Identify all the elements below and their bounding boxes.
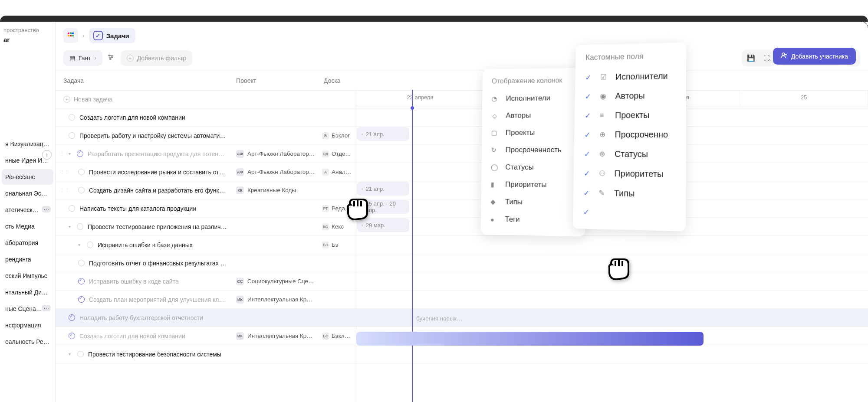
column-option[interactable]: ◯Статусы (481, 159, 585, 176)
gantt-date-pill[interactable]: ‹21 апр. (357, 182, 409, 196)
status-circle-icon[interactable] (78, 260, 85, 266)
header-board[interactable]: Доска (319, 71, 356, 90)
cell-project[interactable] (232, 114, 319, 121)
sidebar-item[interactable]: нсформация (2, 317, 53, 333)
sidebar-item[interactable]: еский Импульс (2, 268, 53, 284)
cell-board[interactable] (319, 186, 356, 194)
option-label: Типы (505, 198, 523, 207)
column-option[interactable]: ▢Проекты (482, 124, 585, 142)
cell-project[interactable]: КККреативные Коды (232, 183, 319, 198)
cell-board[interactable] (319, 350, 356, 358)
option-label: Статусы (505, 163, 533, 172)
sidebar-item[interactable]: еальность Рек… (2, 334, 53, 350)
cell-project[interactable] (232, 350, 319, 358)
cell-project[interactable] (232, 132, 319, 140)
column-option[interactable]: ▮Приоритеты (481, 176, 585, 194)
toggle-icon[interactable]: ▾ (69, 352, 73, 356)
sidebar-item[interactable]: Ренессанс (2, 169, 53, 185)
cell-project[interactable] (232, 205, 319, 212)
add-project-button[interactable]: + (42, 150, 52, 160)
cell-board[interactable]: КСКекс (319, 219, 356, 234)
status-circle-icon[interactable] (77, 150, 83, 157)
cell-board[interactable]: БСБэклог С (319, 329, 356, 343)
today-indicator (412, 90, 413, 402)
cell-project[interactable]: АФАрт-Фьюжн Лаборатория (232, 164, 319, 180)
field-option[interactable]: ✓ (573, 203, 686, 224)
status-circle-icon[interactable] (77, 223, 83, 230)
apps-grid-icon[interactable] (63, 28, 78, 43)
field-option[interactable]: ✓☑Исполнители (575, 66, 686, 87)
add-member-button[interactable]: Добавить участника (773, 48, 856, 65)
sidebar-item[interactable]: ные Сцена… (2, 301, 53, 317)
save-icon[interactable]: 💾 (746, 53, 756, 63)
add-filter-button[interactable]: + Добавить фильтр (121, 50, 193, 66)
field-option[interactable]: ✓≡Проекты (575, 105, 686, 125)
cell-project[interactable]: ИКИнтеллектуальная Креа… (232, 292, 319, 307)
filter-settings-icon[interactable] (107, 53, 116, 63)
cell-board[interactable]: БПБэ (319, 238, 356, 252)
cell-project[interactable]: СССоциокультурные Сцен… (232, 274, 319, 289)
board-name: Отдел ди (332, 150, 353, 157)
toggle-icon[interactable]: ▾ (78, 242, 82, 247)
drag-handle-icon[interactable]: ⋮⋮ (60, 187, 69, 193)
column-option[interactable]: ☺Авторы (482, 107, 585, 124)
field-option[interactable]: ✓✎Типы (573, 183, 686, 205)
status-circle-icon[interactable] (78, 169, 85, 175)
sidebar-item[interactable]: нтальный Диз… (2, 284, 53, 300)
status-circle-icon[interactable] (77, 351, 84, 357)
field-option[interactable]: ✓⊛Статусы (574, 144, 686, 164)
status-circle-icon[interactable] (69, 132, 75, 139)
breadcrumb-tasks[interactable]: ✓ Задачи (89, 28, 135, 43)
status-circle-icon[interactable] (87, 242, 93, 248)
cell-board[interactable] (319, 278, 356, 285)
gantt-date-pill[interactable]: ‹21 апр. (357, 127, 409, 141)
cell-project[interactable] (232, 223, 319, 231)
header-task[interactable]: Задача (56, 71, 232, 90)
gantt-date-pill[interactable]: ‹29 мар. (357, 218, 409, 232)
cell-board[interactable] (319, 114, 356, 121)
cell-project[interactable] (232, 241, 319, 249)
sidebar-item[interactable]: атегическ… (2, 202, 53, 218)
cell-project[interactable] (232, 259, 319, 267)
status-circle-icon[interactable] (78, 296, 85, 303)
sidebar-item[interactable]: ональная Эсте… (2, 186, 53, 201)
field-option[interactable]: ✓◉Авторы (575, 85, 686, 106)
cell-project[interactable]: АФАрт-Фьюжн Лаборатория (232, 146, 319, 162)
status-circle-icon[interactable] (69, 333, 75, 339)
column-option[interactable]: ◔Исполнители (482, 89, 585, 108)
drag-handle-icon[interactable]: ⋮⋮ (60, 169, 69, 175)
sidebar-item[interactable]: рендинга (2, 252, 53, 267)
sidebar-item[interactable]: я Визуализация (2, 136, 53, 152)
drag-handle-icon[interactable]: ⋮⋮ (60, 151, 69, 157)
cell-board[interactable]: РТРедактор (319, 201, 356, 216)
field-option[interactable]: ✓⊕Просроченно (574, 125, 686, 145)
cell-board[interactable] (319, 296, 356, 304)
status-circle-icon[interactable] (78, 278, 85, 284)
project-name: Социокультурные Сцен… (247, 278, 315, 284)
column-option[interactable]: ●Теги (481, 210, 585, 229)
cell-board[interactable] (319, 314, 356, 322)
gantt-date-pill[interactable]: ‹15 апр. - 20 апр. (357, 200, 409, 214)
cell-board[interactable] (319, 259, 356, 267)
toggle-icon[interactable]: ▾ (69, 224, 72, 229)
fullscreen-icon[interactable]: ⛶ (762, 53, 771, 63)
status-circle-icon[interactable] (69, 314, 75, 321)
header-project[interactable]: Проект (232, 71, 319, 90)
gantt-icon: ▤ (69, 55, 75, 62)
status-circle-icon[interactable] (69, 205, 75, 212)
gantt-bar-selected[interactable] (356, 332, 704, 346)
view-gantt-button[interactable]: ▤ Гант › (63, 50, 102, 66)
cell-project[interactable]: ИКИнтеллектуальная Креа… (232, 328, 319, 344)
cell-board[interactable]: ББэклог (319, 128, 356, 143)
timeline-day: 25 (740, 90, 868, 106)
column-option[interactable]: ↻Просроченность (482, 141, 585, 159)
cell-project[interactable] (232, 314, 319, 322)
status-circle-icon[interactable] (78, 187, 85, 193)
status-circle-icon[interactable] (69, 114, 75, 121)
cell-board[interactable]: ААналитик (319, 165, 356, 180)
sidebar-item[interactable]: аборатория (2, 235, 53, 251)
field-option[interactable]: ✓⚇Приоритеты (573, 163, 686, 184)
sidebar-item[interactable]: сть Медиа (2, 219, 53, 234)
cell-board[interactable]: ОДОтдел ди (319, 147, 356, 161)
column-option[interactable]: ◆Типы (481, 193, 585, 212)
